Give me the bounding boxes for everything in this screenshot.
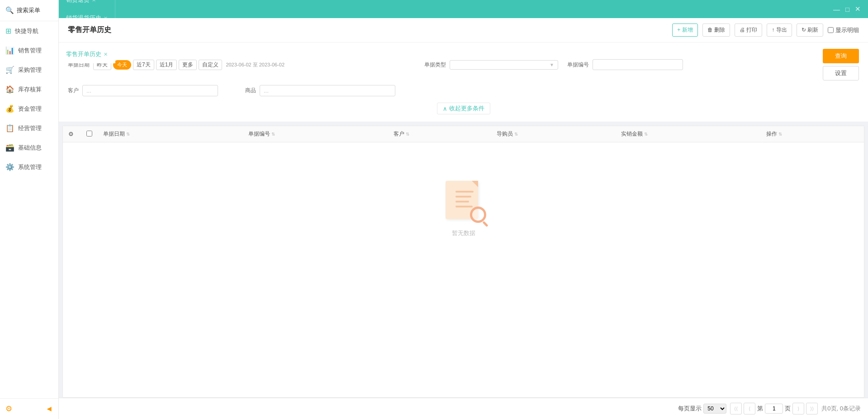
tab-close-sales-return-history[interactable]: ✕: [104, 15, 108, 21]
tab-close-retail-open[interactable]: ✕: [92, 33, 96, 39]
delete-button[interactable]: 🗑 删除: [702, 24, 730, 37]
action-buttons: 查询 设置: [823, 49, 859, 80]
purchase-mgmt-icon: 🛒: [5, 66, 14, 74]
collapse-button[interactable]: ∧ 收起更多条件: [437, 103, 490, 114]
toolbar: + 新增 🗑 删除 🖨 打印 ↑ 导出 ↻ 刷新 显示明细: [672, 24, 859, 37]
tab-label-retail-open-history: 零售开单历史: [66, 50, 101, 58]
customer-field: 客户 ...: [68, 85, 218, 96]
goods-input[interactable]: ...: [260, 85, 395, 96]
number-label: 单据编号: [567, 61, 589, 69]
sales-mgmt-icon: 📊: [5, 46, 14, 55]
magnify-shape: [470, 207, 486, 223]
collapse-row: ∧ 收起更多条件: [68, 101, 859, 118]
sidebar-item-sales-mgmt[interactable]: 📊销售管理: [0, 41, 58, 60]
custom-btn[interactable]: 自定义: [199, 60, 222, 70]
first-page-btn[interactable]: ⟨⟨: [730, 403, 742, 414]
1month-btn[interactable]: 近1月: [156, 60, 177, 70]
doc-line-2: [455, 196, 471, 198]
query-button[interactable]: 查询: [823, 49, 859, 63]
doc-line-3: [455, 201, 469, 202]
tab-retail-open[interactable]: 零售开单 ✕: [59, 27, 115, 45]
number-field: 单据编号: [567, 59, 683, 70]
sidebar-item-operations-mgmt[interactable]: 📋经营管理: [0, 118, 58, 138]
sort-icon-customer: ⇅: [406, 132, 409, 137]
tab-sales-return[interactable]: 销货退货 ✕: [59, 0, 115, 9]
sort-icon-date: ⇅: [126, 132, 130, 137]
minimize-btn[interactable]: —: [833, 5, 840, 13]
tab-close-sales-return[interactable]: ✕: [92, 0, 96, 3]
page-size-select: 每页显示 50 10 20 100: [678, 404, 726, 414]
col-header-guide: 导购员⇅: [491, 126, 616, 142]
tab-label-sales-return-history: 销货退货历史: [66, 14, 101, 22]
today-btn[interactable]: 今天: [113, 60, 131, 70]
customer-input[interactable]: ...: [82, 85, 218, 96]
type-select[interactable]: ▼: [450, 60, 558, 70]
empty-text: 暂无数据: [452, 229, 475, 237]
tab-label-retail-open: 零售开单: [66, 32, 90, 40]
main-content: 首页销售订单 ✕销货退货 ✕销货退货历史 ✕零售开单 ✕零售开单历史 ✕ — □…: [59, 0, 868, 419]
prev-page-btn[interactable]: ⟨: [744, 403, 755, 414]
new-button[interactable]: + 新增: [672, 24, 697, 37]
tabs-container: 首页销售订单 ✕销货退货 ✕销货退货历史 ✕零售开单 ✕零售开单历史 ✕: [59, 0, 115, 63]
date-filters: 昨天 今天 近7天 近1月 更多 自定义 2023-06-02 至 2023-0…: [93, 60, 285, 70]
tab-label-sales-return: 销货退货: [66, 0, 90, 4]
display-detail-label: 显示明细: [828, 26, 859, 34]
sidebar-label-inventory: 库存核算: [18, 85, 42, 94]
top-tabs-bar: 首页销售订单 ✕销货退货 ✕销货退货历史 ✕零售开单 ✕零售开单历史 ✕ — □…: [59, 0, 868, 18]
sidebar-search-label: 搜索采单: [17, 6, 40, 14]
print-button[interactable]: 🖨 打印: [735, 24, 762, 37]
collapse-chevron-icon: ∧: [443, 105, 447, 112]
goods-label: 商品: [245, 87, 256, 94]
settings-icon[interactable]: ⚙: [5, 404, 12, 414]
sidebar-search[interactable]: 🔍 搜索采单: [0, 0, 58, 21]
last-page-btn[interactable]: ⟩⟩: [806, 403, 818, 414]
sidebar-item-inventory[interactable]: 🏠库存核算: [0, 80, 58, 99]
sort-icon-actions: ⇅: [778, 132, 782, 137]
close-btn[interactable]: ✕: [855, 5, 861, 13]
col-header-settings: ⚙: [63, 126, 81, 142]
number-input[interactable]: [593, 59, 683, 70]
col-header-customer: 客户⇅: [388, 126, 491, 142]
settings-col-icon[interactable]: ⚙: [68, 131, 74, 137]
sidebar-item-finance-mgmt[interactable]: 💰资金管理: [0, 99, 58, 118]
sidebar-label-operations-mgmt: 经营管理: [18, 124, 42, 132]
more-btn[interactable]: 更多: [179, 60, 197, 70]
col-header-date: 单据日期⇅: [98, 126, 243, 142]
base-info-icon: 🗃️: [5, 143, 14, 152]
7days-btn[interactable]: 近7天: [133, 60, 154, 70]
pagination-bar: 每页显示 50 10 20 100 ⟨⟨ ⟨ 第 页 ⟩ ⟩⟩ 共0页, 0条记…: [59, 398, 868, 419]
page-header: 零售开单历史 + 新增 🗑 删除 🖨 打印 ↑ 导出 ↻ 刷新 显示明细: [59, 18, 868, 42]
sidebar-nav: ⊞快捷导航📊销售管理🛒采购管理🏠库存核算💰资金管理📋经营管理🗃️基础信息⚙️系统…: [0, 21, 58, 177]
sort-icon-number: ⇅: [271, 132, 275, 137]
table-area: ⚙单据日期⇅单据编号⇅客户⇅导购员⇅实销金额⇅操作⇅: [62, 126, 864, 398]
col-header-amount: 实销金额⇅: [616, 126, 761, 142]
tab-sales-return-history[interactable]: 销货退货历史 ✕: [59, 9, 115, 27]
tab-retail-open-history[interactable]: 零售开单历史 ✕: [59, 45, 115, 63]
sort-icon-amount: ⇅: [644, 132, 648, 137]
sidebar-item-quick-nav[interactable]: ⊞快捷导航: [0, 21, 58, 41]
type-field: 单据类型 ▼: [424, 60, 558, 70]
total-info: 共0页, 0条记录: [821, 405, 861, 413]
maximize-btn[interactable]: □: [845, 5, 849, 13]
per-page-dropdown[interactable]: 50 10 20 100: [703, 404, 726, 414]
collapse-icon[interactable]: ◄: [45, 405, 53, 414]
page-input[interactable]: [765, 404, 783, 414]
select-all-checkbox[interactable]: [86, 131, 92, 137]
sidebar-label-finance-mgmt: 资金管理: [18, 105, 42, 113]
table-header-row: ⚙单据日期⇅单据编号⇅客户⇅导购员⇅实销金额⇅操作⇅: [63, 126, 864, 142]
refresh-button[interactable]: ↻ 刷新: [797, 24, 823, 37]
export-button[interactable]: ↑ 导出: [767, 24, 792, 37]
table-header: ⚙单据日期⇅单据编号⇅客户⇅导购员⇅实销金额⇅操作⇅: [63, 126, 864, 142]
col-header-number: 单据编号⇅: [243, 126, 388, 142]
sidebar-item-purchase-mgmt[interactable]: 🛒采购管理: [0, 60, 58, 80]
sidebar-item-system-mgmt[interactable]: ⚙️系统管理: [0, 157, 58, 177]
setup-button[interactable]: 设置: [823, 66, 859, 80]
empty-illustration: [441, 179, 486, 224]
display-detail-checkbox[interactable]: [828, 27, 834, 33]
goods-field: 商品 ...: [245, 85, 395, 96]
sidebar-item-base-info[interactable]: 🗃️基础信息: [0, 138, 58, 157]
col-header-actions: 操作⇅: [761, 126, 864, 142]
tab-close-retail-open-history[interactable]: ✕: [104, 52, 108, 57]
sidebar: 🔍 搜索采单 ⊞快捷导航📊销售管理🛒采购管理🏠库存核算💰资金管理📋经营管理🗃️基…: [0, 0, 59, 419]
next-page-btn[interactable]: ⟩: [792, 403, 804, 414]
